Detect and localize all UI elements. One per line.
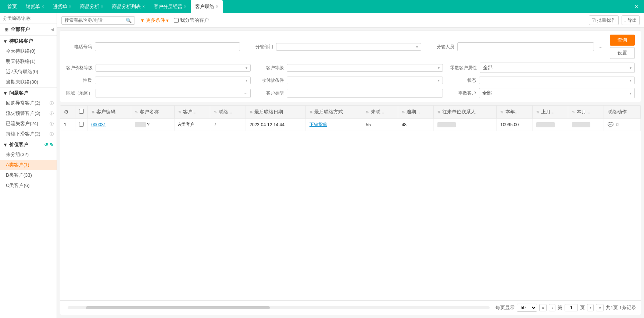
nav-goods-analysis-list-close[interactable]: × bbox=[142, 4, 145, 9]
sidebar-problem-header[interactable]: ▼ 问题客户 bbox=[0, 87, 57, 98]
sidebar-pending-header[interactable]: ▼ 待联络客户 bbox=[0, 35, 57, 46]
edit-icon[interactable]: ✎ bbox=[50, 142, 54, 148]
th-overdue: ⇅ 逾期... bbox=[398, 106, 433, 119]
page-size-select[interactable]: 50 100 200 bbox=[517, 304, 537, 312]
nav-sales-close[interactable]: × bbox=[42, 4, 44, 9]
price-level-select[interactable]: ▾ bbox=[96, 64, 251, 72]
nav-customer-tier[interactable]: 客户分层经营 × bbox=[149, 0, 191, 13]
manager-input[interactable] bbox=[457, 42, 594, 51]
data-table: ⚙ ⇅ 客户编码 ⇅ 客户名称 bbox=[60, 106, 641, 131]
filter-more-button[interactable]: ▼ 更多条件 ▾ bbox=[138, 16, 171, 25]
sidebar-item-a-class[interactable]: A类客户(1) bbox=[0, 160, 57, 170]
scroll-area bbox=[65, 306, 493, 309]
nav-goods-analysis-list-label: 商品分析列表 bbox=[112, 3, 141, 10]
region-select[interactable]: ··· bbox=[96, 89, 251, 98]
query-button[interactable]: 查询 bbox=[610, 35, 635, 46]
sidebar-search-wrap: 🔍 bbox=[0, 13, 57, 24]
region-dots-icon[interactable]: ··· bbox=[243, 91, 247, 96]
customer-type-input[interactable] bbox=[287, 89, 443, 98]
sidebar-item-ungrouped[interactable]: 未分组(32) bbox=[0, 149, 57, 160]
sidebar-item-b-class[interactable]: B类客户(33) bbox=[0, 170, 57, 180]
sidebar-all-customers[interactable]: ⊞ 全部客户 ◀ bbox=[0, 24, 57, 35]
nature-select[interactable]: ▾ bbox=[95, 77, 251, 84]
status-select[interactable]: ▾ bbox=[479, 77, 635, 84]
scroll-bar[interactable] bbox=[68, 306, 490, 309]
payment-select[interactable]: ▾ bbox=[287, 77, 443, 84]
search-input[interactable] bbox=[65, 18, 124, 23]
sidebar-item-7days[interactable]: 近7天待联络(0) bbox=[0, 67, 57, 77]
select-all-checkbox[interactable] bbox=[79, 109, 84, 114]
retail-value: 全部 bbox=[482, 90, 492, 96]
retail-select[interactable]: 全部 ▾ bbox=[479, 88, 635, 98]
dept-label: 分管部门 bbox=[247, 44, 273, 50]
retail-attr-label: 零散客户属性 bbox=[450, 65, 477, 71]
value-action-icons[interactable]: ↺ ✎ bbox=[44, 142, 54, 148]
nav-purchase-close[interactable]: × bbox=[69, 4, 71, 9]
nav-purchase-label: 进货单 bbox=[53, 3, 67, 10]
batch-ops-button[interactable]: ☑ 批量操作 bbox=[589, 15, 619, 25]
price-level-arrow: ▾ bbox=[246, 66, 247, 70]
pagination: 每页显示 50 100 200 « ‹ 第 页 › » 共1页 1条记录 bbox=[495, 304, 636, 312]
nav-customer-contact[interactable]: 客户联络 × bbox=[191, 0, 223, 13]
row-this-year: 10995.00 bbox=[497, 119, 532, 131]
nav-purchase[interactable]: 进货单 × bbox=[49, 0, 76, 13]
row-contact-count: 7 bbox=[210, 119, 246, 131]
nav-sales[interactable]: 销货单 × bbox=[21, 0, 49, 13]
sidebar-item-abnormal[interactable]: 回购异常客户(2) ⓘ bbox=[0, 98, 57, 108]
next-page-button[interactable]: › bbox=[587, 304, 594, 311]
search-button[interactable]: 🔍 bbox=[126, 18, 132, 23]
nav-goods-analysis-close[interactable]: × bbox=[101, 4, 103, 9]
scroll-thumb bbox=[86, 306, 270, 309]
last-page-button[interactable]: » bbox=[596, 304, 604, 311]
th-this-month: ⇅ 本月... bbox=[568, 106, 604, 119]
customer-level-arrow: ▾ bbox=[438, 66, 440, 70]
customer-level-select[interactable]: ▾ bbox=[287, 64, 443, 72]
th-name: ⇅ 客户名称 bbox=[131, 106, 174, 119]
sidebar-item-churned[interactable]: 已流失客户(24) ⓘ bbox=[0, 119, 57, 129]
sidebar-item-churn-warning[interactable]: 流失预警客户(3) ⓘ bbox=[0, 108, 57, 119]
row-select-checkbox[interactable] bbox=[79, 122, 84, 127]
sidebar-value-header: ▼ 价值客户 ↺ ✎ bbox=[0, 139, 57, 149]
page-label: 第 bbox=[558, 304, 562, 311]
sidebar-item-overdue[interactable]: 逾期未联络(30) bbox=[0, 77, 57, 87]
page-input[interactable] bbox=[565, 304, 578, 311]
row-code[interactable]: 000031 bbox=[87, 119, 131, 131]
nav-customer-contact-close[interactable]: × bbox=[216, 4, 218, 9]
filter-panel: 电话号码 分管部门 ▾ 分管人员 ··· 查询 设置 bbox=[60, 31, 641, 102]
th-level: ⇅ 客户... bbox=[174, 106, 210, 119]
close-all-button[interactable]: × bbox=[632, 3, 641, 10]
my-customers-checkbox[interactable] bbox=[174, 18, 179, 23]
sidebar-item-tomorrow[interactable]: 明天待联络(1) bbox=[0, 56, 57, 67]
sidebar-item-declining[interactable]: 持续下滑客户(2) ⓘ bbox=[0, 129, 57, 139]
filter-retail: 零散客户 全部 ▾ bbox=[450, 88, 635, 98]
nav-goods-analysis[interactable]: 商品分析 × bbox=[76, 0, 108, 13]
all-customers-label: 全部客户 bbox=[11, 26, 30, 33]
sidebar: 🔍 ⊞ 全部客户 ◀ ▼ 待联络客户 今天待联络(0) 明天待联络(1) 近7天… bbox=[0, 13, 57, 318]
message-icon[interactable]: 💬 bbox=[608, 122, 613, 128]
retail-attr-select[interactable]: 全部 ▾ bbox=[480, 63, 635, 73]
dept-select[interactable]: ▾ bbox=[276, 43, 421, 51]
sidebar-item-c-class[interactable]: C类客户(6) bbox=[0, 180, 57, 191]
sidebar-collapse-icon[interactable]: ◀ bbox=[51, 27, 54, 32]
nav-customer-tier-close[interactable]: × bbox=[184, 4, 186, 9]
last-month-sort-icon: ⇅ bbox=[536, 110, 539, 114]
link-icon[interactable]: ⧉ bbox=[616, 122, 619, 128]
phone-input[interactable] bbox=[95, 42, 240, 51]
batch-ops-label: 批量操作 bbox=[597, 17, 616, 24]
first-page-button[interactable]: « bbox=[539, 304, 547, 311]
nav-home[interactable]: 首页 bbox=[3, 0, 21, 13]
sidebar-search-input[interactable] bbox=[3, 16, 57, 21]
sidebar-item-today[interactable]: 今天待联络(0) bbox=[0, 46, 57, 56]
table-settings-gear[interactable]: ⚙ bbox=[64, 109, 69, 115]
nav-goods-analysis-list[interactable]: 商品分析列表 × bbox=[108, 0, 149, 13]
action-icons: 💬 ⧉ bbox=[608, 122, 637, 128]
export-button[interactable]: ↓ 导出 bbox=[622, 15, 640, 25]
row-last-method[interactable]: 下销货单 bbox=[305, 119, 362, 131]
row-last-date: 2023-04-12 14:44: bbox=[246, 119, 306, 131]
manager-dots-icon[interactable]: ··· bbox=[598, 44, 602, 50]
retail-label: 零散客户 bbox=[450, 90, 476, 96]
page-end-label: 页 bbox=[580, 304, 585, 311]
refresh-icon[interactable]: ↺ bbox=[44, 142, 48, 148]
prev-page-button[interactable]: ‹ bbox=[549, 304, 555, 311]
settings-button[interactable]: 设置 bbox=[610, 47, 635, 59]
